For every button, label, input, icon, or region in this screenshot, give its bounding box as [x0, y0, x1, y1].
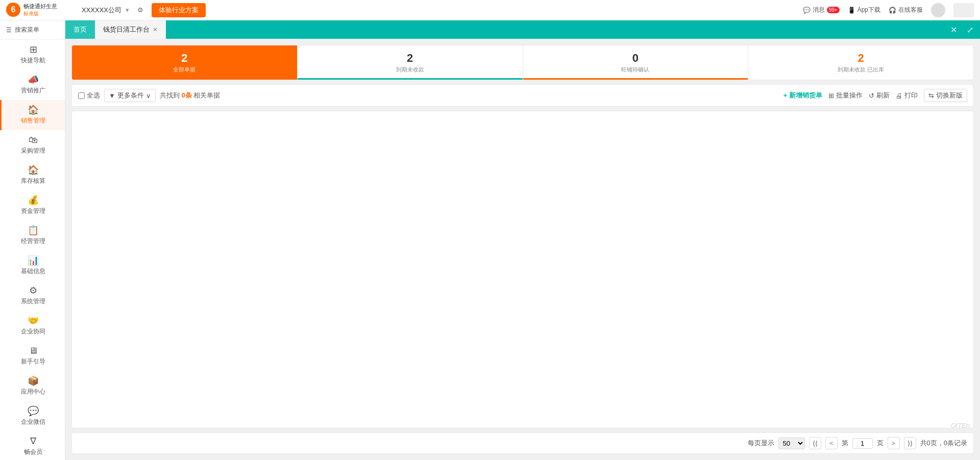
batch-icon: ⊞: [828, 92, 834, 100]
sidebar-item-basic-info[interactable]: 📊 基础信息: [0, 251, 65, 281]
sidebar-item-operations[interactable]: 📋 经营管理: [0, 221, 65, 251]
sidebar-item-label-marketing: 营销推广: [21, 86, 45, 95]
select-all-checkbox[interactable]: 全选: [78, 91, 100, 100]
sidebar-item-enterprise[interactable]: 🤝 企业协同: [0, 311, 65, 341]
logo-sub: 标准版: [23, 10, 57, 17]
filter-dropdown-icon: ∨: [146, 92, 151, 100]
stat-shipped-number: 2: [858, 52, 864, 65]
batch-action[interactable]: ⊞ 批量操作: [828, 91, 863, 100]
search-icon: ☰: [6, 27, 12, 34]
sidebar-item-app-center[interactable]: 📦 应用中心: [0, 371, 65, 401]
user-dropdown[interactable]: [953, 3, 974, 17]
company-dropdown-icon[interactable]: ▾: [126, 6, 129, 14]
sidebar-item-member[interactable]: ∇ 畅会员: [0, 431, 65, 460]
filter-label: 更多条件: [117, 91, 144, 100]
top-header: 6 畅捷通好生意 标准版 XXXXXX公司 ▾ ⚙ 体验行业方案 💬 消息 99…: [0, 0, 980, 20]
add-sale-btn[interactable]: + 新增销货单: [783, 91, 822, 100]
app-download-action[interactable]: 📱 App下载: [848, 6, 880, 14]
refresh-icon: ↺: [869, 92, 874, 100]
search-menu[interactable]: ☰ 搜索菜单: [0, 20, 65, 40]
logo-text-area: 畅捷通好生意 标准版: [23, 3, 57, 17]
switch-version-btn[interactable]: ⇆ 切换新版: [924, 89, 967, 102]
batch-label: 批量操作: [836, 91, 863, 100]
sidebar-item-label-purchase: 采购管理: [21, 147, 45, 155]
often-watermark: OfTEn: [950, 422, 970, 429]
sidebar-item-inventory[interactable]: 🏠 库存核算: [0, 160, 65, 190]
online-service-action[interactable]: 🎧 在线客服: [889, 6, 923, 14]
found-text: 共找到 0条 相关单据: [160, 91, 220, 100]
wechat-icon: 💬: [28, 406, 39, 416]
company-name[interactable]: XXXXXX公司: [82, 6, 121, 15]
stat-all-number: 2: [181, 52, 187, 65]
tab-workbench[interactable]: 钱货日清工作台 ✕: [95, 20, 166, 39]
select-all-label: 全选: [87, 91, 100, 100]
sidebar-item-quick-nav[interactable]: ⊞ 快捷导航: [0, 40, 65, 70]
prev-page-btn[interactable]: ＜: [825, 437, 838, 449]
switch-icon: ⇆: [928, 92, 934, 100]
found-suffix: 相关单据: [193, 91, 220, 99]
next-page-btn[interactable]: ＞: [888, 437, 900, 449]
basic-info-icon: 📊: [28, 256, 39, 265]
avatar[interactable]: [931, 3, 945, 17]
sidebar-item-sales[interactable]: 🏠 销售管理: [0, 100, 65, 130]
print-icon: 🖨: [896, 92, 902, 100]
sidebar-item-wechat[interactable]: 💬 企业微信: [0, 401, 65, 431]
enterprise-icon: 🤝: [28, 316, 39, 325]
pagination-bar: 每页显示 50 20 100 ⟨⟨ ＜ 第 页 ＞ ⟩⟩ 共0页，0条记录: [71, 432, 974, 454]
settings-icon[interactable]: ⚙: [133, 3, 148, 17]
stat-shipped[interactable]: 2 到期未收款 已出库: [748, 45, 973, 80]
marketing-icon: 📣: [28, 75, 39, 84]
tab-actions: ✕ ⤢: [947, 20, 980, 39]
stat-pending[interactable]: 0 旺铺待确认: [523, 45, 749, 80]
sidebar-item-system[interactable]: ⚙ 系统管理: [0, 281, 65, 311]
refresh-action[interactable]: ↺ 刷新: [869, 91, 890, 100]
sidebar-item-marketing[interactable]: 📣 营销推广: [0, 70, 65, 100]
tab-close-window-icon[interactable]: ✕: [947, 23, 960, 36]
sidebar-item-label-finance: 资金管理: [21, 207, 45, 215]
stat-all-label: 全部单据: [173, 66, 195, 74]
inventory-icon: 🏠: [28, 165, 39, 175]
toolbar: 全选 ▼ 更多条件 ∨ 共找到 0条 相关单据 + 新增销货单 ⊞ 批量操作: [71, 84, 974, 107]
page-input[interactable]: [852, 438, 873, 449]
message-action[interactable]: 💬 消息 99+: [803, 6, 840, 14]
stats-row: 2 全部单据 2 到期未收款 0 旺铺待确认 2 到期未收款 已出库: [71, 45, 974, 80]
app-download-label: App下载: [857, 6, 880, 14]
stat-all[interactable]: 2 全部单据: [72, 45, 298, 80]
tab-home[interactable]: 首页: [65, 20, 95, 39]
sidebar-item-label-inventory: 库存核算: [21, 177, 45, 185]
guide-icon: 🖥: [29, 346, 38, 355]
header-right: 💬 消息 99+ 📱 App下载 🎧 在线客服: [803, 3, 974, 17]
sidebar-item-purchase[interactable]: 🛍 采购管理: [0, 130, 65, 160]
finance-icon: 💰: [28, 196, 39, 205]
print-action[interactable]: 🖨 打印: [896, 91, 918, 100]
message-label: 消息: [813, 6, 825, 14]
table-area: [71, 111, 974, 428]
stat-overdue[interactable]: 2 到期未收款: [298, 45, 523, 80]
filter-button[interactable]: ▼ 更多条件 ∨: [104, 89, 156, 102]
tab-maximize-icon[interactable]: ⤢: [964, 23, 976, 36]
sidebar: ☰ 搜索菜单 ⊞ 快捷导航 📣 营销推广 🏠 销售管理 🛍 采购管理 🏠 库存核…: [0, 20, 65, 460]
first-page-btn[interactable]: ⟨⟨: [809, 437, 821, 449]
sidebar-item-label-enterprise: 企业协同: [21, 327, 45, 336]
logo-area: 6 畅捷通好生意 标准版: [6, 3, 71, 17]
sidebar-item-guide[interactable]: 🖥 新手引导: [0, 341, 65, 371]
operations-icon: 📋: [28, 226, 39, 235]
stat-overdue-label: 到期未收款: [396, 66, 424, 74]
headset-icon: 🎧: [889, 7, 896, 14]
stat-overdue-underline: [298, 78, 523, 80]
app-download-icon: 📱: [848, 7, 855, 14]
page-label: 第: [842, 439, 848, 448]
stat-pending-underline: [523, 78, 748, 80]
online-service-label: 在线客服: [898, 6, 923, 14]
page-content: 2 全部单据 2 到期未收款 0 旺铺待确认 2 到期未收款 已出库: [65, 39, 980, 460]
refresh-label: 刷新: [876, 91, 890, 100]
tab-workbench-label: 钱货日清工作台: [103, 25, 150, 34]
last-page-btn[interactable]: ⟩⟩: [904, 437, 916, 449]
select-all-input[interactable]: [78, 92, 85, 99]
page-size-select[interactable]: 50 20 100: [778, 438, 805, 449]
sidebar-item-label-app-center: 应用中心: [21, 388, 45, 396]
sidebar-item-finance[interactable]: 💰 资金管理: [0, 190, 65, 221]
trial-button[interactable]: 体验行业方案: [152, 3, 206, 17]
tab-close-icon[interactable]: ✕: [153, 26, 158, 33]
sidebar-item-label-system: 系统管理: [21, 297, 45, 306]
